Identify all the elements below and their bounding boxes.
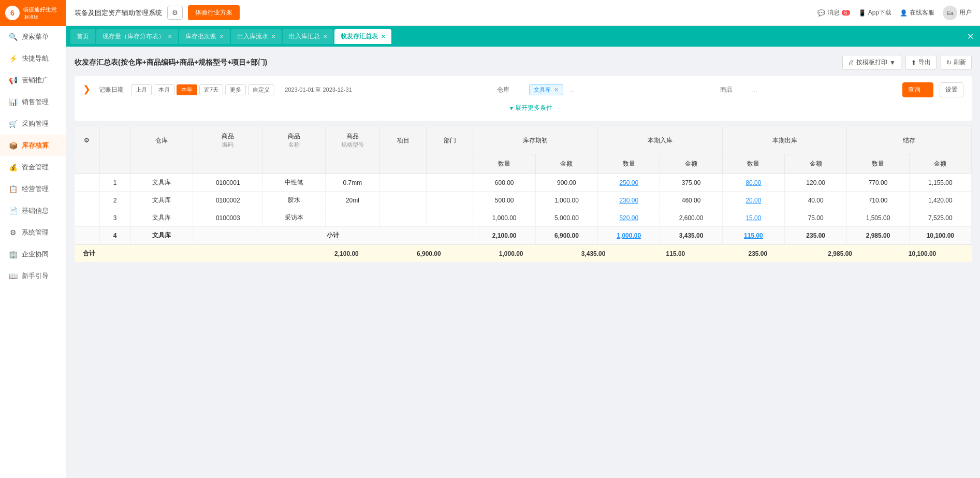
total-in-amount: 3,435.00 bbox=[552, 250, 635, 257]
logo-icon: 6 bbox=[5, 6, 20, 20]
inventory-icon: 📦 bbox=[8, 141, 18, 150]
sidebar-item-sales[interactable]: 📊 销售管理 bbox=[0, 91, 66, 113]
row-in-qty[interactable]: 230.00 bbox=[598, 192, 660, 209]
row-in-qty[interactable]: 520.00 bbox=[598, 209, 660, 227]
total-opening-amount: 6,900.00 bbox=[388, 250, 470, 257]
col-out-th: 本期出库 bbox=[722, 127, 847, 154]
subtotal-in-qty[interactable]: 1,000.00 bbox=[598, 227, 660, 244]
tab-bar: 首页 现存量（库存分布表） ✕ 库存批次账 ✕ 出入库流水 ✕ 出入库汇总 ✕ … bbox=[66, 26, 980, 47]
table-settings-button[interactable]: 设置 bbox=[940, 82, 963, 97]
sidebar-item-operation[interactable]: 📋 经营管理 bbox=[0, 178, 66, 200]
sidebar-item-label: 系统管理 bbox=[22, 228, 49, 237]
page-header: 收发存汇总表(按仓库+商品编码+商品+规格型号+项目+部门) 🖨 按模板打印 ▼… bbox=[75, 55, 972, 70]
row-dept bbox=[427, 174, 473, 192]
tab-active-close-icon[interactable]: ✕ bbox=[381, 34, 385, 39]
date-btn-this-year[interactable]: 本年 bbox=[177, 84, 197, 95]
sidebar-item-basic[interactable]: 📄 基础信息 bbox=[0, 200, 66, 222]
col-warehouse-th: 仓库 bbox=[130, 127, 193, 154]
col-code-th: 商品编码 bbox=[193, 127, 263, 154]
sidebar-item-finance[interactable]: 💰 资金管理 bbox=[0, 156, 66, 178]
tab-inout-flow[interactable]: 出入库流水 ✕ bbox=[231, 29, 282, 44]
export-button[interactable]: ⬆ 导出 bbox=[905, 55, 937, 70]
date-btn-this-month[interactable]: 本月 bbox=[154, 84, 174, 95]
subtotal-row: 4 文具库 小计 2,100.00 6,900.00 1,000.00 3,43… bbox=[75, 227, 972, 244]
tab-inout-summary[interactable]: 出入库汇总 ✕ bbox=[283, 29, 333, 44]
message-badge: 6 bbox=[842, 10, 850, 16]
warehouse-tag-close[interactable]: ✕ bbox=[554, 86, 559, 93]
sidebar-item-search[interactable]: 🔍 搜索菜单 bbox=[0, 26, 66, 48]
guide-icon: 📖 bbox=[8, 272, 18, 280]
expand-more-btn[interactable]: ▾ 展开更多条件 bbox=[510, 104, 552, 112]
subtotal-num: 4 bbox=[99, 227, 130, 244]
enterprise-icon: 🏢 bbox=[8, 250, 18, 258]
total-out-qty: 115.00 bbox=[635, 250, 717, 257]
table-row: 1 文具库 0100001 中性笔 0.7mm 600.00 900.00 25… bbox=[75, 174, 972, 192]
marketing-icon: 📢 bbox=[8, 76, 18, 84]
warehouse-tag-text: 文具库 bbox=[534, 86, 551, 94]
row-in-qty[interactable]: 250.00 bbox=[598, 174, 660, 192]
sidebar-item-guide[interactable]: 📖 新手引导 bbox=[0, 265, 66, 287]
row-opening-amount: 5,000.00 bbox=[535, 209, 597, 227]
date-btn-7days[interactable]: 近7天 bbox=[199, 84, 223, 95]
warehouse-filter-label: 仓库 bbox=[497, 85, 523, 94]
col-balance-qty-th: 数量 bbox=[847, 154, 909, 174]
sidebar-item-enterprise[interactable]: 🏢 企业协同 bbox=[0, 243, 66, 265]
top-bar-left: 装备及固定资产辅助管理系统 ⚙ 体验行业方案 bbox=[75, 5, 240, 20]
subtotal-out-qty[interactable]: 115.00 bbox=[722, 227, 784, 244]
sidebar-item-system[interactable]: ⚙ 系统管理 bbox=[0, 222, 66, 243]
filter-expand-arrow[interactable]: ❯ bbox=[83, 83, 91, 95]
sidebar-item-inventory[interactable]: 📦 库存核算 bbox=[0, 135, 66, 156]
sidebar-item-purchase[interactable]: 🛒 采购管理 bbox=[0, 113, 66, 135]
sidebar: 6 畅捷通好生意 标准版 🔍 搜索菜单 ⚡ 快捷导航 📢 营销推广 📊 销 bbox=[0, 0, 66, 478]
date-btn-more[interactable]: 更多 bbox=[225, 84, 246, 95]
print-button[interactable]: 🖨 按模板打印 ▼ bbox=[842, 55, 901, 70]
row-code: 0100001 bbox=[193, 174, 263, 192]
subtotal-out-amount: 235.00 bbox=[785, 227, 847, 244]
subtotal-balance-amount: 10,100.00 bbox=[909, 227, 971, 244]
filter-row-date: 记账日期 上月 本月 本年 近7天 更多 自定义 2023-01-01 至 20… bbox=[99, 82, 963, 97]
refresh-button[interactable]: ↻ 刷新 bbox=[941, 55, 972, 70]
sidebar-item-quick-nav[interactable]: ⚡ 快捷导航 bbox=[0, 48, 66, 69]
tab-close-icon[interactable]: ✕ bbox=[323, 34, 327, 39]
tab-close-icon[interactable]: ✕ bbox=[168, 34, 172, 39]
subtotal-label: 小计 bbox=[193, 227, 473, 244]
filter-area: ❯ 记账日期 上月 本月 本年 近7天 更多 自定义 bbox=[75, 76, 972, 121]
warehouse-ellipsis[interactable]: ... bbox=[569, 86, 575, 94]
sidebar-item-label: 销售管理 bbox=[22, 97, 49, 107]
row-settings bbox=[75, 174, 99, 192]
tab-batch-account-label: 库存批次账 bbox=[185, 32, 216, 41]
tab-close-icon[interactable]: ✕ bbox=[220, 34, 224, 39]
settings-gear-button[interactable]: ⚙ bbox=[167, 6, 183, 20]
message-button[interactable]: 💬 消息 6 bbox=[817, 8, 850, 17]
tab-recv-send-summary[interactable]: 收发存汇总表 ✕ bbox=[334, 29, 391, 44]
col-out-qty-th: 数量 bbox=[722, 154, 784, 174]
goods-ellipsis[interactable]: ... bbox=[752, 86, 757, 94]
top-bar-actions: 💬 消息 6 📱 App下载 👤 在线客服 Ea 用户 bbox=[817, 6, 972, 20]
row-project bbox=[380, 174, 427, 192]
app-download-button[interactable]: 📱 App下载 bbox=[858, 8, 891, 17]
col-sub-project bbox=[380, 154, 427, 174]
query-button[interactable]: 查询 bbox=[902, 82, 933, 97]
date-btn-last-month[interactable]: 上月 bbox=[131, 84, 152, 95]
system-title: 装备及固定资产辅助管理系统 bbox=[75, 8, 162, 18]
date-btn-custom[interactable]: 自定义 bbox=[248, 84, 274, 95]
sidebar-item-label: 库存核算 bbox=[22, 141, 49, 150]
row-out-qty[interactable]: 80.00 bbox=[722, 174, 784, 192]
user-button[interactable]: Ea 用户 bbox=[943, 6, 972, 20]
row-out-qty[interactable]: 15.00 bbox=[722, 209, 784, 227]
subtotal-opening-amount: 6,900.00 bbox=[535, 227, 597, 244]
sidebar-item-marketing[interactable]: 📢 营销推广 bbox=[0, 69, 66, 91]
demo-button[interactable]: 体验行业方案 bbox=[188, 5, 240, 20]
tab-batch-account[interactable]: 库存批次账 ✕ bbox=[179, 29, 230, 44]
online-service-button[interactable]: 👤 在线客服 bbox=[900, 8, 934, 17]
date-options: 上月 本月 本年 近7天 更多 自定义 bbox=[131, 84, 274, 95]
page-actions: 🖨 按模板打印 ▼ ⬆ 导出 ↻ 刷新 bbox=[842, 55, 972, 70]
tab-home[interactable]: 首页 bbox=[70, 29, 95, 44]
sidebar-item-label: 企业协同 bbox=[22, 250, 49, 259]
user-label: 用户 bbox=[959, 8, 972, 17]
tab-inventory-dist[interactable]: 现存量（库存分布表） ✕ bbox=[96, 29, 178, 44]
purchase-icon: 🛒 bbox=[8, 120, 18, 128]
row-out-qty[interactable]: 20.00 bbox=[722, 192, 784, 209]
tabbar-close-icon[interactable]: ✕ bbox=[967, 32, 974, 41]
tab-close-icon[interactable]: ✕ bbox=[271, 34, 275, 39]
